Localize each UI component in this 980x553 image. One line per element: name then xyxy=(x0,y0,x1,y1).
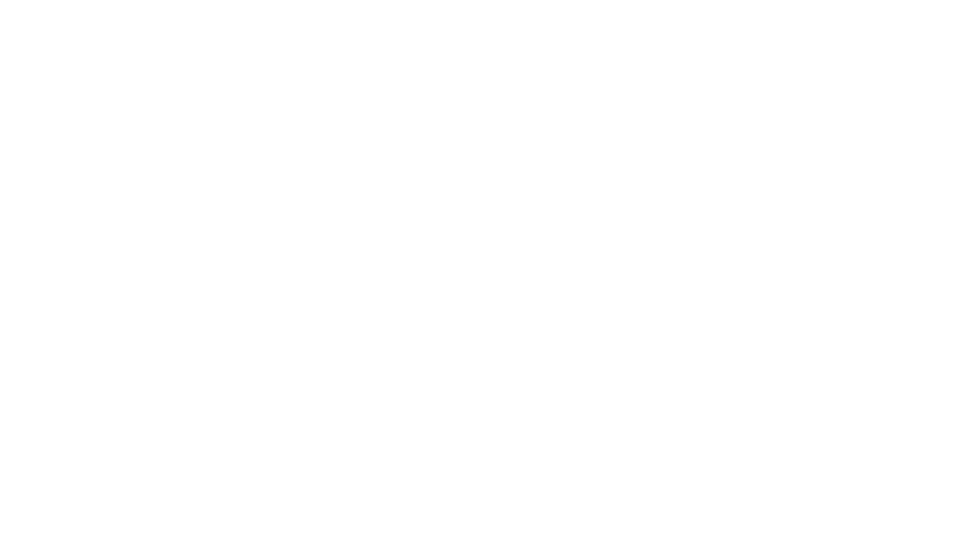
mindmap-diagram xyxy=(0,0,980,553)
